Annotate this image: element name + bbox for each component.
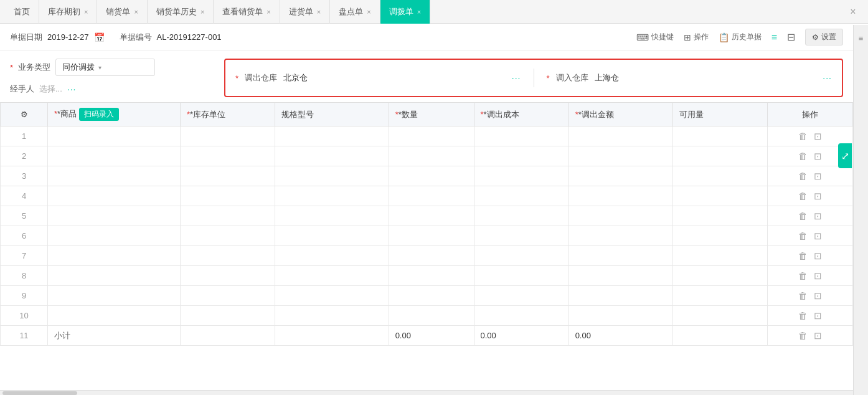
row-3-unit[interactable] (181, 166, 275, 186)
col-settings-header[interactable]: ⚙ (1, 103, 48, 126)
row-4-cost[interactable] (474, 186, 568, 206)
row-10-avail[interactable] (672, 306, 767, 326)
delete-icon-4[interactable]: 🗑 (798, 191, 808, 201)
calendar-icon[interactable]: 📅 (94, 32, 105, 42)
row-8-product[interactable] (48, 266, 181, 286)
row-4-spec[interactable] (275, 186, 389, 206)
delete-icon-6[interactable]: 🗑 (798, 231, 808, 241)
row-2-avail[interactable] (672, 146, 767, 166)
row-9-unit[interactable] (181, 286, 275, 306)
tab-close-sales[interactable]: × (134, 8, 138, 16)
row-10-amount[interactable] (568, 306, 672, 326)
tab-close-purchase[interactable]: × (317, 8, 321, 16)
row-5-product[interactable] (48, 206, 181, 226)
row-10-cost[interactable] (474, 306, 568, 326)
row-11-amount[interactable]: 0.00 (568, 326, 672, 346)
row-5-avail[interactable] (672, 206, 767, 226)
tab-close-transfer[interactable]: × (417, 8, 421, 16)
row-11-qty[interactable]: 0.00 (389, 326, 474, 346)
row-4-avail[interactable] (672, 186, 767, 206)
row-2-cost[interactable] (474, 146, 568, 166)
row-9-avail[interactable] (672, 286, 767, 306)
tab-sales-history[interactable]: 销货单历史 × (148, 0, 214, 24)
delete-icon-9[interactable]: 🗑 (798, 290, 808, 301)
source-warehouse-more-button[interactable]: ··· (512, 73, 521, 83)
row-4-product[interactable] (48, 186, 181, 206)
tab-close-inventory[interactable]: × (84, 8, 88, 16)
row-5-unit[interactable] (181, 206, 275, 226)
row-7-avail[interactable] (672, 246, 767, 266)
delete-icon-2[interactable]: 🗑 (798, 151, 808, 161)
person-select[interactable]: 选择... (39, 83, 62, 95)
row-10-qty[interactable] (389, 306, 474, 326)
row-3-spec[interactable] (275, 166, 389, 186)
row-9-amount[interactable] (568, 286, 672, 306)
panel-list-icon[interactable]: ≡ (859, 30, 864, 47)
source-warehouse-value[interactable]: 北京仓 (283, 72, 506, 83)
row-7-spec[interactable] (275, 246, 389, 266)
row-1-qty[interactable] (389, 126, 474, 146)
shortcut-button[interactable]: ⌨ 快捷键 (636, 32, 674, 42)
tab-view-sales[interactable]: 查看销货单 × (214, 0, 280, 24)
tab-close-stocktake[interactable]: × (367, 8, 370, 16)
row-2-amount[interactable] (568, 146, 672, 166)
tab-inventory-init[interactable]: 库存期初 × (39, 0, 97, 24)
row-4-amount[interactable] (568, 186, 672, 206)
tab-transfer[interactable]: 调拨单 × (380, 0, 430, 24)
row-9-cost[interactable] (474, 286, 568, 306)
row-7-unit[interactable] (181, 246, 275, 266)
copy-icon-5[interactable]: ⊡ (814, 211, 822, 221)
copy-icon-2[interactable]: ⊡ (814, 151, 822, 161)
row-9-spec[interactable] (275, 286, 389, 306)
scrollbar-thumb[interactable] (2, 391, 77, 395)
row-2-unit[interactable] (181, 146, 275, 166)
row-5-qty[interactable] (389, 206, 474, 226)
row-5-spec[interactable] (275, 206, 389, 226)
row-9-product[interactable] (48, 286, 181, 306)
copy-icon-6[interactable]: ⊡ (814, 231, 822, 241)
row-1-avail[interactable] (672, 126, 767, 146)
row-11-avail[interactable] (672, 326, 767, 346)
row-6-spec[interactable] (275, 226, 389, 246)
copy-icon-9[interactable]: ⊡ (814, 290, 822, 301)
row-3-product[interactable] (48, 166, 181, 186)
row-8-spec[interactable] (275, 266, 389, 286)
scan-button[interactable]: 扫码录入 (79, 108, 119, 121)
row-6-cost[interactable] (474, 226, 568, 246)
row-6-unit[interactable] (181, 226, 275, 246)
row-1-amount[interactable] (568, 126, 672, 146)
history-button[interactable]: 📋 历史单据 (719, 32, 762, 42)
delete-icon-3[interactable]: 🗑 (798, 171, 808, 181)
tab-close-view-sales[interactable]: × (267, 8, 270, 16)
row-4-qty[interactable] (389, 186, 474, 206)
row-2-qty[interactable] (389, 146, 474, 166)
copy-icon-10[interactable]: ⊡ (814, 310, 822, 321)
view-toggle-list[interactable]: ≡ (771, 32, 777, 43)
row-11-spec[interactable] (275, 326, 389, 346)
row-8-avail[interactable] (672, 266, 767, 286)
delete-icon-10[interactable]: 🗑 (798, 310, 808, 321)
row-1-product[interactable] (48, 126, 181, 146)
row-10-product[interactable] (48, 306, 181, 326)
row-8-amount[interactable] (568, 266, 672, 286)
row-7-amount[interactable] (568, 246, 672, 266)
business-type-select[interactable]: 同价调拨 ▾ (55, 59, 155, 76)
settings-button[interactable]: ⚙ 设置 (805, 29, 843, 45)
delete-icon-1[interactable]: 🗑 (798, 131, 808, 141)
row-3-cost[interactable] (474, 166, 568, 186)
row-7-cost[interactable] (474, 246, 568, 266)
dest-warehouse-value[interactable]: 上海仓 (595, 72, 817, 83)
tab-sales-order[interactable]: 销货单 × (97, 0, 147, 24)
row-8-qty[interactable] (389, 266, 474, 286)
row-5-cost[interactable] (474, 206, 568, 226)
copy-icon-11[interactable]: ⊡ (814, 330, 822, 341)
tab-home[interactable]: 首页 (5, 0, 39, 24)
row-6-qty[interactable] (389, 226, 474, 246)
row-8-cost[interactable] (474, 266, 568, 286)
copy-icon-8[interactable]: ⊡ (814, 270, 822, 281)
copy-icon-3[interactable]: ⊡ (814, 171, 822, 181)
table-gear-icon[interactable]: ⚙ (21, 110, 28, 119)
dest-warehouse-more-button[interactable]: ··· (823, 73, 832, 83)
row-2-spec[interactable] (275, 146, 389, 166)
row-1-cost[interactable] (474, 126, 568, 146)
